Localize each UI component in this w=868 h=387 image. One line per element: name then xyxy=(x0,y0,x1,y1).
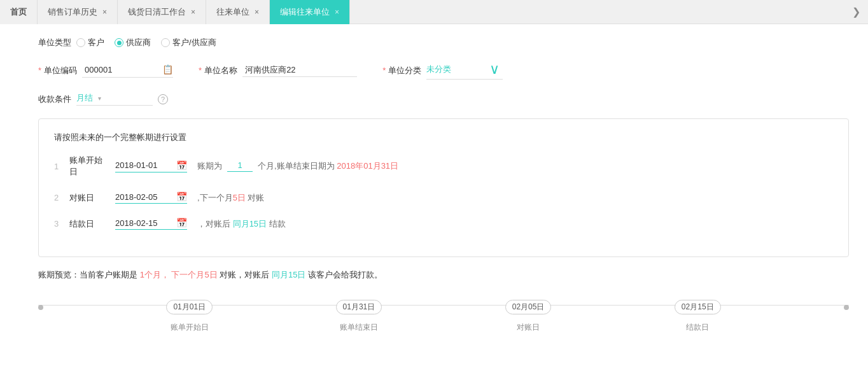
payment-terms-help-icon[interactable]: ? xyxy=(158,94,168,104)
period-row-1-date-wrapper: 📅 xyxy=(115,160,187,172)
period-row-1-num: 1 xyxy=(54,162,69,171)
period-row-1-suffix-after: 个月,账单结束日期为 2018年01月31日 xyxy=(258,160,398,172)
tab-edit-counterpart-label: 编辑往来单位 xyxy=(280,6,330,18)
preview-middle: 对账，对账后 xyxy=(220,270,269,279)
period-row-1-month-wrapper xyxy=(227,160,253,172)
unit-code-calendar-icon[interactable]: 📋 xyxy=(162,64,173,74)
preview-part2: 下一个月5日 xyxy=(171,270,217,279)
payment-terms-select-wrapper[interactable]: 月结 ▾ xyxy=(76,92,153,106)
timeline-node-4: 02月15日 结款日 xyxy=(675,300,721,333)
period-row-2-highlight: 5日 xyxy=(233,193,246,202)
unit-code-label: 单位编码 xyxy=(44,65,77,76)
close-tab-counterpart[interactable]: × xyxy=(255,8,259,17)
period-row-3-highlight: 同月15日 xyxy=(233,219,267,229)
period-row-1-month-input[interactable] xyxy=(227,160,253,170)
timeline-badge-2: 01月31日 xyxy=(336,300,382,314)
main-content: 单位类型 客户 供应商 客户/供应商 * 单位编码 xyxy=(0,24,868,387)
radio-supplier-circle xyxy=(115,38,123,47)
period-row-2-num: 2 xyxy=(54,193,69,202)
unit-category-group: * 单位分类 未分类 ∨ xyxy=(382,61,503,80)
tab-counterpart[interactable]: 往来单位 × xyxy=(206,0,270,24)
period-row-3-date-wrapper: 📅 xyxy=(115,218,187,230)
period-row-2-suffix: ,下一个月5日 对账 xyxy=(197,192,264,204)
tab-home-label: 首页 xyxy=(10,6,27,18)
tab-home[interactable]: 首页 xyxy=(0,0,38,24)
period-row-3-num: 3 xyxy=(54,219,69,229)
tab-cash-reconcile[interactable]: 钱货日清工作台 × xyxy=(118,0,206,24)
preview-part1: 1个月， xyxy=(140,270,169,279)
tab-counterpart-label: 往来单位 xyxy=(216,6,249,18)
timeline-label-3: 对账日 xyxy=(517,322,540,333)
unit-info-row: * 单位编码 📋 * 单位名称 * 单位分类 未分类 ∨ xyxy=(38,61,849,80)
period-row-3-calendar-icon[interactable]: 📅 xyxy=(176,218,187,228)
radio-customer[interactable]: 客户 xyxy=(76,37,104,48)
radio-customer-label: 客户 xyxy=(88,37,104,48)
timeline-label-4: 结款日 xyxy=(686,322,709,333)
period-row-2-date-wrapper: 📅 xyxy=(115,192,187,204)
timeline-node-3: 02月05日 对账日 xyxy=(505,300,552,333)
unit-category-select-wrapper[interactable]: 未分类 ∨ xyxy=(426,61,503,80)
unit-code-input-wrapper: 📋 xyxy=(82,64,173,78)
preview-end: 该客户会给我打款。 xyxy=(308,270,382,279)
period-row-2-label: 对账日 xyxy=(69,192,105,204)
preview-section: 账期预览：当前客户账期是 1个月， 下一个月5日 对账，对账后 同月15日 该客… xyxy=(38,267,849,346)
preview-label: 账期预览：当前客户账期是 xyxy=(38,270,137,279)
unit-name-label: 单位名称 xyxy=(204,65,237,76)
radio-both-label: 客户/供应商 xyxy=(172,37,216,48)
timeline-start-dot xyxy=(38,305,43,310)
period-row-3-label: 结款日 xyxy=(69,218,105,230)
timeline-badge-1: 01月01日 xyxy=(166,300,213,314)
period-row-2: 2 对账日 📅 ,下一个月5日 对账 xyxy=(54,192,833,204)
tabs-bar: 首页 销售订单历史 × 钱货日清工作台 × 往来单位 × 编辑往来单位 × ❯ xyxy=(0,0,868,24)
close-tab-edit-counterpart[interactable]: × xyxy=(335,8,339,17)
tab-cash-reconcile-label: 钱货日清工作台 xyxy=(128,6,186,18)
unit-type-row: 单位类型 客户 供应商 客户/供应商 xyxy=(38,37,849,48)
unit-category-label: 单位分类 xyxy=(388,65,421,76)
radio-group-unit-type: 客户 供应商 客户/供应商 xyxy=(76,37,216,48)
unit-name-group: * 单位名称 xyxy=(199,64,357,77)
period-settings-box: 请按照未来的一个完整帐期进行设置 1 账单开始日 📅 账期为 个月,账单结束日期… xyxy=(38,118,849,257)
period-row-3-date-input[interactable] xyxy=(115,218,172,228)
timeline-node-2: 01月31日 账单结束日 xyxy=(336,300,382,333)
tab-expand-icon[interactable]: ❯ xyxy=(844,6,868,18)
period-row-1-date-input[interactable] xyxy=(115,160,172,170)
tab-edit-counterpart[interactable]: 编辑往来单位 × xyxy=(270,0,350,24)
payment-terms-value: 月结 xyxy=(76,92,93,104)
period-row-1: 1 账单开始日 📅 账期为 个月,账单结束日期为 2018年01月31日 xyxy=(54,155,833,178)
unit-type-label: 单位类型 xyxy=(38,37,71,48)
timeline-badge-3: 02月05日 xyxy=(505,300,552,314)
preview-part3: 同月15日 xyxy=(272,270,305,279)
close-tab-cash-reconcile[interactable]: × xyxy=(191,8,195,17)
radio-both[interactable]: 客户/供应商 xyxy=(161,37,216,48)
period-row-1-end-date: 2018年01月31日 xyxy=(337,161,398,171)
timeline-label-2: 账单结束日 xyxy=(340,322,378,333)
timeline-container: 01月01日 账单开始日 01月31日 账单结束日 02月05日 对账日 02月… xyxy=(38,295,849,346)
timeline-end-dot xyxy=(844,305,849,310)
radio-supplier-label: 供应商 xyxy=(126,37,151,48)
period-row-1-label: 账单开始日 xyxy=(69,155,105,178)
payment-terms-chevron-icon[interactable]: ▾ xyxy=(98,95,101,102)
payment-terms-row: 收款条件 月结 ▾ ? xyxy=(38,92,849,106)
payment-terms-group: 收款条件 月结 ▾ ? xyxy=(38,92,168,106)
unit-category-star: * xyxy=(382,66,386,75)
period-row-2-date-input[interactable] xyxy=(115,192,172,202)
close-tab-sales-order-history[interactable]: × xyxy=(102,8,107,17)
tab-sales-order-history[interactable]: 销售订单历史 × xyxy=(38,0,118,24)
period-box-title: 请按照未来的一个完整帐期进行设置 xyxy=(54,132,833,143)
timeline-items: 01月01日 账单开始日 01月31日 账单结束日 02月05日 对账日 02月… xyxy=(38,300,849,333)
period-row-3-suffix: ，对账后 同月15日 结款 xyxy=(197,218,286,230)
unit-category-value: 未分类 xyxy=(426,64,451,75)
period-row-1-calendar-icon[interactable]: 📅 xyxy=(176,160,187,171)
timeline-badge-4: 02月15日 xyxy=(675,300,721,314)
radio-supplier[interactable]: 供应商 xyxy=(115,37,151,48)
timeline-label-1: 账单开始日 xyxy=(171,322,209,333)
unit-code-input[interactable] xyxy=(82,64,158,76)
payment-terms-label: 收款条件 xyxy=(38,94,71,105)
unit-name-input[interactable] xyxy=(242,64,357,77)
unit-code-star: * xyxy=(38,66,41,75)
unit-category-dropdown-icon[interactable]: ∨ xyxy=(489,61,500,78)
period-row-2-calendar-icon[interactable]: 📅 xyxy=(176,192,187,202)
radio-customer-circle xyxy=(76,38,85,47)
period-row-1-suffix-before: 账期为 xyxy=(197,160,222,172)
unit-type-group: 单位类型 客户 供应商 客户/供应商 xyxy=(38,37,216,48)
